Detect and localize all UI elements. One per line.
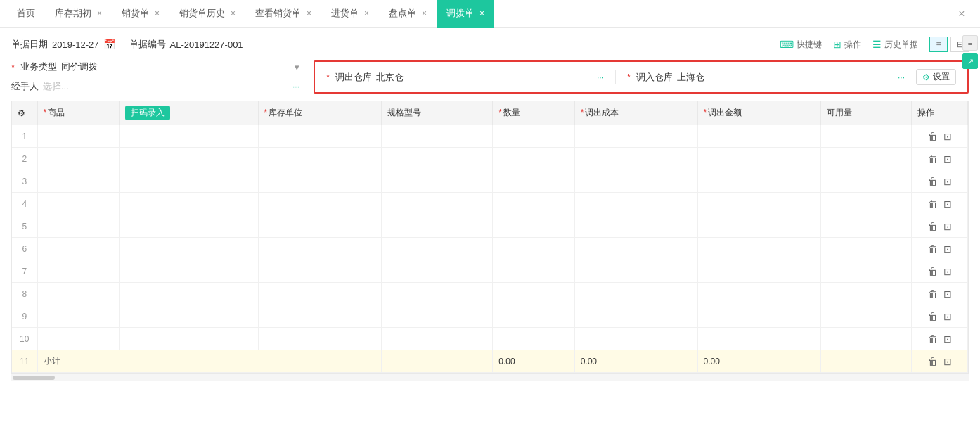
business-type-value[interactable]: 同价调拨: [61, 60, 290, 73]
row-cost-8: [574, 283, 697, 305]
row-unit-7: [258, 260, 381, 283]
settings-label: 设置: [933, 71, 950, 83]
row-product-6[interactable]: [37, 238, 119, 260]
delete-icon-3[interactable]: 🗑: [928, 176, 938, 187]
copy-icon-6[interactable]: ⊡: [943, 243, 952, 255]
source-warehouse-more-icon[interactable]: ···: [597, 72, 604, 82]
delete-icon-5[interactable]: 🗑: [928, 221, 938, 232]
handler-more-icon[interactable]: ···: [292, 82, 299, 91]
row-product-9[interactable]: [37, 305, 119, 328]
delete-icon-10[interactable]: 🗑: [928, 333, 938, 345]
table-row: 7 🗑 ⊡: [12, 260, 968, 283]
row-cost-5: [574, 215, 697, 238]
copy-icon-5[interactable]: ⊡: [943, 221, 952, 232]
window-close-button[interactable]: ×: [950, 3, 973, 25]
delete-icon-8[interactable]: 🗑: [928, 288, 938, 300]
row-unit-5: [258, 215, 381, 238]
tab-stocktake[interactable]: 盘点单 ×: [379, 0, 437, 28]
handler-field: 经手人 选择... ···: [11, 80, 299, 93]
copy-icon-10[interactable]: ⊡: [943, 333, 952, 345]
row-quantity-2: [493, 148, 574, 170]
row-available-9: [820, 305, 911, 328]
sidebar-list-icon[interactable]: ≡: [962, 35, 978, 51]
delete-icon-1[interactable]: 🗑: [928, 131, 938, 142]
target-warehouse-more-icon[interactable]: ···: [898, 72, 905, 82]
scroll-bar[interactable]: [11, 374, 969, 381]
delete-icon-9[interactable]: 🗑: [928, 311, 938, 322]
copy-icon-9[interactable]: ⊡: [943, 311, 952, 322]
layout-btn-list[interactable]: ≡: [929, 37, 948, 52]
copy-icon-2[interactable]: ⊡: [943, 153, 952, 165]
tab-transfer-close[interactable]: ×: [479, 8, 484, 18]
row-quantity-9: [493, 305, 574, 328]
history-action[interactable]: ☰ 历史单据: [872, 39, 918, 51]
row-quantity-1: [493, 125, 574, 148]
copy-icon-8[interactable]: ⊡: [943, 288, 952, 300]
tab-purchase-order[interactable]: 进货单 ×: [321, 0, 379, 28]
delete-icon[interactable]: 🗑: [928, 356, 938, 367]
delete-icon-4[interactable]: 🗑: [928, 198, 938, 210]
row-product-7[interactable]: [37, 260, 119, 283]
table-row: 6 🗑 ⊡: [12, 238, 968, 260]
target-warehouse-value[interactable]: 上海仓: [677, 71, 888, 84]
delete-icon-7[interactable]: 🗑: [928, 266, 938, 277]
row-action-2: 🗑 ⊡: [912, 148, 968, 170]
tab-sales-order-close[interactable]: ×: [155, 8, 160, 18]
main-content: 单据日期 2019-12-27 📅 单据编号 AL-20191227-001 ⌨…: [0, 28, 980, 446]
row-num-11: 11: [12, 350, 37, 373]
row-product-1[interactable]: [37, 125, 119, 148]
row-unit-10: [258, 328, 381, 350]
row-product-2[interactable]: [37, 148, 119, 170]
tab-stocktake-close[interactable]: ×: [422, 8, 427, 18]
settings-button[interactable]: ⚙ 设置: [916, 69, 956, 85]
subtotal-quantity: 0.00: [493, 350, 574, 373]
delete-icon-6[interactable]: 🗑: [928, 243, 938, 255]
copy-icon-4[interactable]: ⊡: [943, 198, 952, 210]
tab-sales-order[interactable]: 销货单 ×: [112, 0, 169, 28]
business-type-dropdown-icon[interactable]: ▾: [295, 62, 299, 72]
row-product-8[interactable]: [37, 283, 119, 305]
tab-view-sales[interactable]: 查看销货单 ×: [245, 0, 321, 28]
tab-inventory-init[interactable]: 库存期初 ×: [45, 0, 112, 28]
row-action-7: 🗑 ⊡: [912, 260, 968, 283]
operation-action[interactable]: ⊞ 操作: [833, 39, 861, 51]
copy-icon-1[interactable]: ⊡: [943, 131, 952, 142]
history-icon: ☰: [872, 39, 882, 50]
tab-view-sales-close[interactable]: ×: [307, 8, 311, 18]
tab-sales-history-close[interactable]: ×: [231, 8, 236, 18]
col-settings[interactable]: ⚙: [12, 101, 37, 125]
row-action-8: 🗑 ⊡: [912, 283, 968, 305]
col-amount: 调出金额: [697, 101, 820, 125]
row-cost-2: [574, 148, 697, 170]
row-product-5[interactable]: [37, 215, 119, 238]
copy-icon-3[interactable]: ⊡: [943, 176, 952, 187]
date-value[interactable]: 2019-12-27: [52, 39, 99, 50]
tab-transfer[interactable]: 调拨单 ×: [437, 0, 494, 28]
copy-icon[interactable]: ⊡: [943, 356, 952, 367]
source-warehouse-value[interactable]: 北京仓: [376, 71, 587, 84]
scan-entry-button[interactable]: 扫码录入: [125, 106, 170, 120]
tab-transfer-label: 调拨单: [446, 7, 474, 20]
tab-sales-history-label: 销货单历史: [179, 7, 225, 20]
handler-value[interactable]: 选择...: [43, 80, 283, 93]
target-warehouse-field: * 调入仓库 上海仓 ···: [627, 71, 905, 84]
row-product-10[interactable]: [37, 328, 119, 350]
row-scan-3: [119, 170, 258, 193]
tab-purchase-order-close[interactable]: ×: [364, 8, 369, 18]
gear-icon: ⚙: [922, 72, 930, 82]
delete-icon-2[interactable]: 🗑: [928, 153, 938, 165]
sidebar-export-icon[interactable]: ↗: [962, 53, 978, 69]
row-spec-8: [381, 283, 493, 305]
table-row: 4 🗑 ⊡: [12, 193, 968, 215]
shortcut-action[interactable]: ⌨ 快捷键: [780, 39, 822, 51]
copy-icon-7[interactable]: ⊡: [943, 266, 952, 277]
row-spec-6: [381, 238, 493, 260]
calendar-icon[interactable]: 📅: [103, 39, 115, 50]
tab-home[interactable]: 首页: [7, 0, 45, 28]
subtotal-amount: 0.00: [697, 350, 820, 373]
subtotal-spec: [381, 350, 493, 373]
tab-inventory-init-close[interactable]: ×: [97, 8, 102, 18]
row-product-3[interactable]: [37, 170, 119, 193]
tab-sales-history[interactable]: 销货单历史 ×: [169, 0, 245, 28]
row-product-4[interactable]: [37, 193, 119, 215]
